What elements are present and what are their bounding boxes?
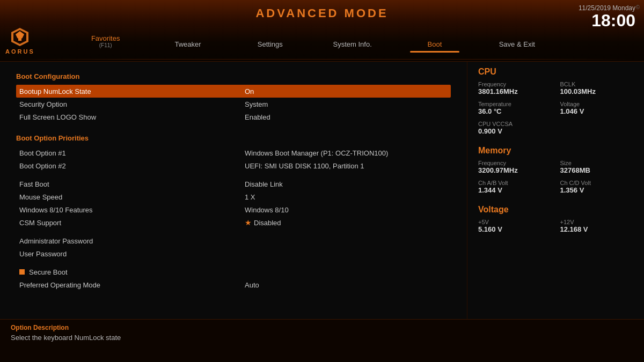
setting-user-password-label: User Password — [19, 250, 245, 258]
cpu-temp-label: Temperature — [478, 101, 552, 107]
cpu-freq-label: Frequency — [478, 81, 552, 87]
tab-boot[interactable]: Boot — [393, 40, 475, 53]
voltage-section-title: Voltage — [478, 205, 633, 215]
setting-secure-boot-label: Secure Boot — [19, 268, 245, 276]
nav-tabs: Favorites (F11) Tweaker Settings System … — [64, 26, 558, 53]
tab-save-exit[interactable]: Save & Exit — [476, 40, 558, 53]
logo-area: AORUS — [5, 27, 35, 55]
setting-boot1-label: Boot Option #1 — [19, 149, 245, 157]
right-panel: CPU Frequency 3801.16MHz BCLK 100.03MHz … — [467, 62, 644, 319]
tab-favorites-sub: (F11) — [64, 42, 147, 48]
setting-security-option[interactable]: Security Option System — [16, 98, 451, 110]
setting-boot2[interactable]: Boot Option #2 UEFI: SMI USB DISK 1100, … — [16, 159, 451, 172]
tab-tweaker[interactable]: Tweaker — [147, 40, 229, 53]
cpu-voltage-label: Voltage — [560, 101, 634, 107]
setting-numlock-label: Bootup NumLock State — [19, 87, 245, 95]
mem-chab-value: 1.344 V — [478, 186, 552, 194]
setting-logo-show-label: Full Screen LOGO Show — [19, 113, 245, 121]
setting-win8-features-label: Windows 8/10 Features — [19, 206, 245, 214]
setting-fast-boot[interactable]: Fast Boot Disable Link — [16, 178, 451, 190]
setting-win8-features-value: Windows 8/10 — [245, 206, 448, 214]
mem-size-label: Size — [560, 160, 634, 166]
bottom-bar: Option Description Select the keyboard N… — [0, 319, 644, 362]
cpu-vccsa-item: CPU VCCSA 0.900 V — [478, 121, 633, 135]
setting-mouse-speed[interactable]: Mouse Speed 1 X — [16, 190, 451, 203]
memory-section-title: Memory — [478, 146, 633, 156]
cpu-section-title: CPU — [478, 67, 633, 77]
cpu-grid: Frequency 3801.16MHz BCLK 100.03MHz Temp… — [478, 81, 633, 138]
setting-user-password[interactable]: User Password — [16, 247, 451, 260]
mem-freq-item: Frequency 3200.97MHz — [478, 160, 552, 174]
nav-divider — [0, 59, 644, 60]
setting-fast-boot-value: Disable Link — [245, 180, 448, 188]
main-content: Boot Configuration Bootup NumLock State … — [0, 62, 644, 319]
setting-boot2-value: UEFI: SMI USB DISK 1100, Partition 1 — [245, 162, 448, 170]
mem-size-item: Size 32768MB — [560, 160, 634, 174]
boot-priorities-heading: Boot Option Priorities — [16, 134, 451, 142]
cpu-vccsa-value: 0.900 V — [478, 127, 633, 135]
option-description-text: Select the keyboard NumLock state — [11, 334, 633, 342]
setting-mouse-speed-label: Mouse Speed — [19, 193, 245, 201]
left-panel: Boot Configuration Bootup NumLock State … — [0, 62, 467, 319]
setting-win8-features[interactable]: Windows 8/10 Features Windows 8/10 — [16, 203, 451, 216]
tab-system-info[interactable]: System Info. — [311, 40, 393, 53]
setting-preferred-os-label: Preferred Operating Mode — [19, 281, 245, 289]
cpu-bclk-label: BCLK — [560, 81, 634, 87]
csm-value-text: Disabled — [254, 219, 281, 227]
setting-secure-boot[interactable]: Secure Boot — [16, 265, 451, 278]
setting-numlock[interactable]: Bootup NumLock State On — [16, 85, 451, 98]
mem-chcd-value: 1.356 V — [560, 186, 634, 194]
csm-asterisk: ★ — [245, 218, 252, 227]
cpu-temp-value: 36.0 °C — [478, 107, 552, 115]
setting-logo-show[interactable]: Full Screen LOGO Show Enabled — [16, 110, 451, 123]
volt-12v-label: +12V — [560, 219, 634, 225]
boot-config-heading: Boot Configuration — [16, 72, 451, 80]
setting-logo-show-value: Enabled — [245, 113, 448, 121]
datetime-area: 11/25/2019 Monday 18:00 — [579, 4, 635, 29]
tab-save-exit-label: Save & Exit — [499, 40, 535, 48]
tab-tweaker-label: Tweaker — [174, 40, 201, 48]
tab-favorites[interactable]: Favorites (F11) — [64, 34, 147, 53]
cpu-voltage-item: Voltage 1.046 V — [560, 101, 634, 115]
cpu-freq-item: Frequency 3801.16MHz — [478, 81, 552, 95]
page-title: ADVANCED MODE — [255, 6, 388, 20]
setting-numlock-value: On — [245, 87, 448, 95]
setting-admin-password-label: Administrator Password — [19, 237, 245, 245]
mem-freq-label: Frequency — [478, 160, 552, 166]
logo-text: AORUS — [5, 48, 35, 55]
setting-security-option-label: Security Option — [19, 100, 245, 108]
mem-size-value: 32768MB — [560, 166, 634, 174]
setting-csm-support-label: CSM Support — [19, 219, 245, 227]
memory-grid: Frequency 3200.97MHz Size 32768MB Ch A/B… — [478, 160, 633, 197]
copyright-symbol: © — [636, 4, 640, 10]
mem-chcd-label: Ch C/D Volt — [560, 180, 634, 186]
tab-system-info-label: System Info. — [333, 40, 372, 48]
setting-boot1[interactable]: Boot Option #1 Windows Boot Manager (P1:… — [16, 146, 451, 159]
setting-csm-support-value: ★Disabled — [245, 218, 448, 227]
cpu-freq-value: 3801.16MHz — [478, 87, 552, 95]
setting-security-option-value: System — [245, 100, 448, 108]
mem-freq-value: 3200.97MHz — [478, 166, 552, 174]
cpu-temp-item: Temperature 36.0 °C — [478, 101, 552, 115]
tab-settings-label: Settings — [258, 40, 283, 48]
mem-chab-label: Ch A/B Volt — [478, 180, 552, 186]
option-description-heading: Option Description — [11, 324, 633, 331]
setting-admin-password[interactable]: Administrator Password — [16, 234, 451, 247]
tab-settings[interactable]: Settings — [229, 40, 311, 53]
mem-chcd-item: Ch C/D Volt 1.356 V — [560, 180, 634, 194]
secure-boot-bullet — [19, 269, 25, 275]
volt-5v-value: 5.160 V — [478, 225, 552, 233]
volt-12v-value: 12.168 V — [560, 225, 634, 233]
setting-preferred-os[interactable]: Preferred Operating Mode Auto — [16, 278, 451, 291]
cpu-bclk-item: BCLK 100.03MHz — [560, 81, 634, 95]
volt-12v-item: +12V 12.168 V — [560, 219, 634, 233]
setting-fast-boot-label: Fast Boot — [19, 180, 245, 188]
cpu-bclk-value: 100.03MHz — [560, 87, 634, 95]
aorus-logo-icon — [9, 27, 31, 47]
volt-5v-item: +5V 5.160 V — [478, 219, 552, 233]
voltage-grid: +5V 5.160 V +12V 12.168 V — [478, 219, 633, 237]
cpu-voltage-value: 1.046 V — [560, 107, 634, 115]
time-display: 18:00 — [579, 12, 635, 29]
setting-csm-support[interactable]: CSM Support ★Disabled — [16, 216, 451, 229]
tab-boot-label: Boot — [428, 40, 442, 48]
